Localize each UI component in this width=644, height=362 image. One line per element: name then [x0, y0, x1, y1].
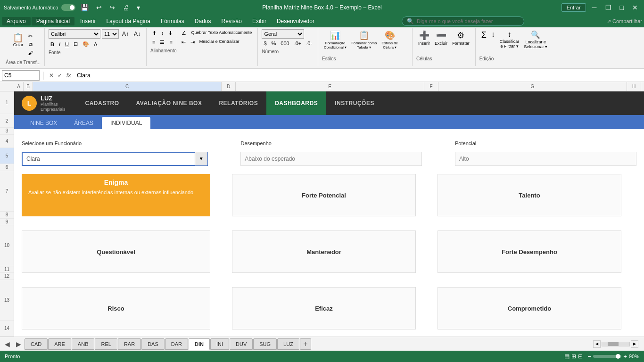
- col-header-f[interactable]: F: [424, 82, 438, 91]
- autosum-btn[interactable]: Σ: [479, 29, 488, 55]
- nav-item-avaliacao[interactable]: AVALIAÇÃO NINE BOX: [128, 91, 211, 115]
- print-btn[interactable]: 🖨: [120, 3, 132, 12]
- sub-nav-nine-box[interactable]: NINE BOX: [22, 117, 66, 129]
- confirm-formula-btn[interactable]: ✓: [56, 72, 64, 79]
- sort-filter-btn[interactable]: ↕ Classificare Filtrar ▾: [498, 29, 521, 55]
- zoom-out-btn[interactable]: −: [587, 353, 591, 360]
- page-layout-btn[interactable]: ⊞: [571, 353, 576, 360]
- add-sheet-btn[interactable]: +: [300, 338, 311, 350]
- tab-sug[interactable]: SUG: [253, 338, 277, 350]
- format-painter-button[interactable]: 🖌: [26, 49, 35, 57]
- wrap-text-btn[interactable]: Quebrar Texto Automaticamente: [189, 29, 254, 37]
- autosave-toggle[interactable]: [61, 4, 75, 11]
- sheet-nav-left-btn[interactable]: ◀: [2, 339, 13, 349]
- sub-nav-areas[interactable]: ÁREAS: [66, 117, 102, 129]
- align-middle-btn[interactable]: ↕: [159, 29, 166, 37]
- underline-btn[interactable]: U: [63, 41, 71, 48]
- delete-cells-btn[interactable]: ➖ Excluir: [433, 29, 449, 55]
- tab-cad[interactable]: CAD: [25, 338, 48, 350]
- format-as-table-btn[interactable]: 📋 Formatar comoTabela ▾: [349, 29, 379, 55]
- tab-duv[interactable]: DUV: [230, 338, 253, 350]
- col-header-d[interactable]: D: [222, 82, 236, 91]
- menu-item-revisao[interactable]: Revisão: [217, 17, 247, 25]
- col-header-e[interactable]: E: [236, 82, 424, 91]
- align-right-btn[interactable]: ≡: [167, 38, 174, 46]
- text-angle-btn[interactable]: ∠: [180, 29, 188, 37]
- cut-button[interactable]: ✂: [26, 32, 35, 40]
- scroll-right-btn[interactable]: ▶: [631, 340, 638, 348]
- redo-btn[interactable]: ↪: [107, 3, 117, 12]
- conditional-format-btn[interactable]: 📊 FormataçãoCondicional ▾: [322, 29, 348, 55]
- menu-item-exibir[interactable]: Exibir: [248, 17, 271, 25]
- menu-item-pagina-inicial[interactable]: Página Inicial: [32, 17, 74, 25]
- more-btn[interactable]: ▾: [134, 3, 142, 12]
- border-btn[interactable]: ⊟: [72, 40, 80, 48]
- nav-item-instrucoes[interactable]: INSTRUÇÕES: [326, 91, 383, 115]
- fill-btn[interactable]: ↓: [489, 29, 497, 55]
- tab-das[interactable]: DAS: [141, 338, 165, 350]
- minimize-btn[interactable]: ─: [590, 3, 599, 12]
- page-break-btn[interactable]: ⊟: [578, 353, 583, 360]
- employee-dropdown-arrow[interactable]: ▼: [195, 152, 208, 166]
- decimal-dec-btn[interactable]: .0-: [304, 40, 314, 47]
- format-cells-btn[interactable]: ⚙ Formatar: [450, 29, 471, 55]
- italic-btn[interactable]: I: [57, 41, 62, 48]
- restore-btn[interactable]: ❐: [603, 3, 614, 12]
- scroll-bar[interactable]: [602, 342, 630, 346]
- menu-item-formulas[interactable]: Fórmulas: [156, 17, 189, 25]
- merge-btn[interactable]: Mesclar e Centralizar: [198, 38, 241, 46]
- menu-item-arquivo[interactable]: Arquivo: [2, 17, 31, 25]
- save-btn[interactable]: 💾: [78, 3, 91, 12]
- number-format-select[interactable]: Geral: [262, 29, 304, 39]
- col-header-c[interactable]: C: [33, 82, 222, 91]
- search-input[interactable]: [417, 18, 519, 24]
- align-bottom-btn[interactable]: ⬇: [166, 29, 174, 37]
- formula-input[interactable]: [75, 71, 642, 80]
- zoom-in-btn[interactable]: +: [623, 353, 627, 360]
- align-center-btn[interactable]: ☰: [158, 38, 166, 46]
- indent-right-btn[interactable]: ⇥: [189, 38, 197, 46]
- tab-dar[interactable]: DAR: [165, 338, 188, 350]
- font-size-select[interactable]: 11: [102, 29, 119, 39]
- undo-btn[interactable]: ↩: [94, 3, 104, 12]
- thousands-btn[interactable]: 000: [279, 40, 291, 47]
- nav-item-relatorios[interactable]: RELATÓRIOS: [210, 91, 266, 115]
- insert-cells-btn[interactable]: ➕ Inserir: [416, 29, 432, 55]
- col-header-h[interactable]: H: [627, 82, 641, 91]
- paste-button[interactable]: 📋 Colar: [11, 33, 25, 56]
- decimal-inc-btn[interactable]: .0+: [292, 40, 304, 47]
- login-button[interactable]: Entrar: [561, 3, 586, 12]
- maximize-btn[interactable]: □: [618, 3, 626, 12]
- bold-btn[interactable]: B: [49, 41, 56, 48]
- scroll-left-btn[interactable]: ◀: [593, 340, 601, 348]
- font-family-select[interactable]: Calibri: [49, 29, 100, 39]
- tab-rar[interactable]: RAR: [118, 338, 141, 350]
- cell-styles-btn[interactable]: 🎨 Estilos deCélula ▾: [380, 29, 400, 55]
- sheet-nav-right-btn[interactable]: ▶: [13, 339, 24, 349]
- align-left-btn[interactable]: ≡: [150, 38, 157, 46]
- tab-luz[interactable]: LUZ: [277, 338, 299, 350]
- currency-btn[interactable]: $: [262, 40, 268, 47]
- employee-select-display[interactable]: Clara: [22, 152, 208, 166]
- align-top-btn[interactable]: ⬆: [150, 29, 158, 37]
- tab-ini[interactable]: INI: [210, 338, 229, 350]
- fill-color-btn[interactable]: 🎨: [81, 40, 91, 48]
- cell-reference-input[interactable]: [2, 70, 40, 81]
- font-color-btn[interactable]: A: [92, 41, 99, 48]
- normal-view-btn[interactable]: ▤: [564, 353, 570, 360]
- find-select-btn[interactable]: 🔍 Localizar eSelecionar ▾: [522, 29, 549, 55]
- percent-btn[interactable]: %: [270, 40, 278, 47]
- menu-item-layout[interactable]: Layout da Página: [101, 17, 155, 25]
- share-btn[interactable]: ↗ Compartilhar: [607, 18, 642, 25]
- font-decrease-btn[interactable]: A↓: [132, 30, 142, 38]
- tab-din[interactable]: DIN: [189, 338, 210, 350]
- close-btn[interactable]: ✕: [630, 3, 640, 12]
- menu-item-dados[interactable]: Dados: [190, 17, 216, 25]
- font-increase-btn[interactable]: A↑: [120, 30, 131, 38]
- tab-anb[interactable]: ANB: [72, 338, 95, 350]
- indent-left-btn[interactable]: ⇤: [180, 38, 188, 46]
- nav-item-dashboards[interactable]: DASHBOARDS: [266, 91, 326, 115]
- menu-item-desenvolvedor[interactable]: Desenvolvedor: [272, 17, 319, 25]
- col-header-a[interactable]: A: [14, 82, 24, 91]
- zoom-slider[interactable]: [593, 355, 621, 358]
